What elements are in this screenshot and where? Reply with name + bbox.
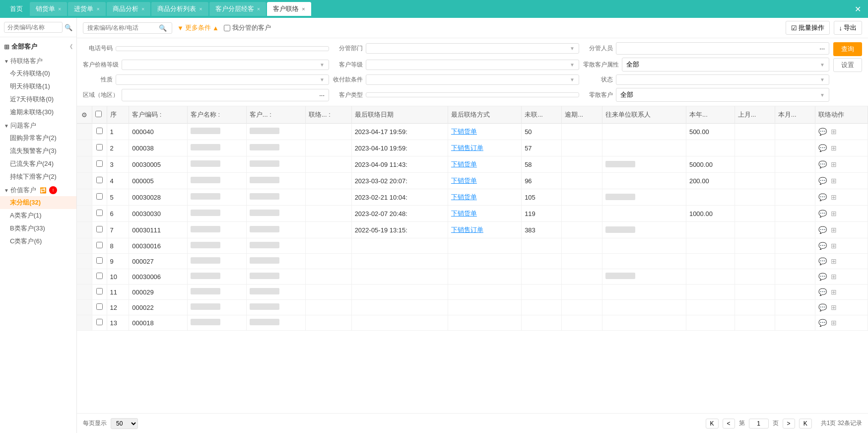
retail-customer-select[interactable]: 全部 ▼ xyxy=(616,88,829,102)
row-select-checkbox[interactable] xyxy=(96,226,103,232)
tab-product-analysis[interactable]: 商品分析 × xyxy=(107,2,150,16)
chat-icon[interactable]: 💬 xyxy=(818,193,827,201)
customer-type-select[interactable] xyxy=(366,92,579,97)
close-icon[interactable]: × xyxy=(199,6,202,12)
sidebar-item-class-a[interactable]: A类客户(1) xyxy=(0,209,76,222)
section-problem-customers[interactable]: ▼ 问题客户 xyxy=(0,119,76,132)
sidebar-item-class-c[interactable]: C类客户(6) xyxy=(0,235,76,248)
more-filters-button[interactable]: ▼ 更多条件 ▲ xyxy=(177,23,219,32)
sidebar-item-tomorrow-pending[interactable]: 明天待联络(1) xyxy=(0,80,76,93)
tab-purchase-order[interactable]: 进货单 × xyxy=(68,2,105,16)
chat-icon[interactable]: 💬 xyxy=(818,177,827,185)
first-page-button[interactable]: K xyxy=(706,419,719,429)
row-select-checkbox[interactable] xyxy=(96,242,103,248)
page-size-select[interactable]: 50 100 200 xyxy=(111,418,138,429)
chat-icon[interactable]: 💬 xyxy=(818,273,827,281)
row-select-checkbox[interactable] xyxy=(96,160,103,167)
chat-icon[interactable]: 💬 xyxy=(818,210,827,217)
grid-action-icon[interactable]: ⊞ xyxy=(831,273,837,281)
select-all-checkbox[interactable] xyxy=(95,111,102,117)
grid-action-icon[interactable]: ⊞ xyxy=(831,210,837,217)
grid-action-icon[interactable]: ⊞ xyxy=(831,144,837,152)
chat-icon[interactable]: 💬 xyxy=(818,303,827,311)
chat-icon[interactable]: 💬 xyxy=(818,257,827,265)
grid-action-icon[interactable]: ⊞ xyxy=(831,303,837,311)
tab-customer-tier[interactable]: 客户分层经客 × xyxy=(209,2,266,16)
chat-icon[interactable]: 💬 xyxy=(818,144,827,152)
sidebar-item-churned[interactable]: 已流失客户(24) xyxy=(0,157,76,170)
last-method-link[interactable]: 下销货单 xyxy=(451,193,477,201)
main-search-input[interactable] xyxy=(87,24,157,31)
grid-action-icon[interactable]: ⊞ xyxy=(831,288,837,296)
tab-product-analysis-list[interactable]: 商品分析列表 × xyxy=(151,2,208,16)
last-method-link[interactable]: 下销货单 xyxy=(451,177,477,184)
reset-button[interactable]: 设置 xyxy=(833,58,862,72)
category-search-input[interactable] xyxy=(4,22,63,33)
section-value-customers[interactable]: ▼ 价值客户 🔁 ! xyxy=(0,183,76,196)
tab-sales-order[interactable]: 销货单 × xyxy=(30,2,67,16)
row-select-checkbox[interactable] xyxy=(96,319,103,325)
grid-action-icon[interactable]: ⊞ xyxy=(831,319,837,327)
price-level-select[interactable]: ▼ xyxy=(122,60,329,70)
row-select-checkbox[interactable] xyxy=(96,303,103,310)
collapse-icon[interactable]: 《 xyxy=(67,43,72,51)
row-select-checkbox[interactable] xyxy=(96,144,103,150)
grid-action-icon[interactable]: ⊞ xyxy=(831,177,837,185)
row-select-checkbox[interactable] xyxy=(96,128,103,134)
close-icon[interactable]: × xyxy=(302,6,305,12)
sidebar-item-today-pending[interactable]: 今天待联络(0) xyxy=(0,67,76,80)
close-icon[interactable]: × xyxy=(141,6,144,12)
tab-customer-contact[interactable]: 客户联络 × xyxy=(267,2,311,16)
retail-attr-select[interactable]: 全部 ▼ xyxy=(622,58,829,72)
grid-action-icon[interactable]: ⊞ xyxy=(831,160,837,168)
grid-action-icon[interactable]: ⊞ xyxy=(831,193,837,201)
row-select-checkbox[interactable] xyxy=(96,288,103,294)
sidebar-item-7day-pending[interactable]: 近7天待联络(0) xyxy=(0,93,76,106)
close-icon[interactable]: × xyxy=(257,6,260,12)
my-customers-checkbox[interactable] xyxy=(224,25,230,31)
page-number-input[interactable] xyxy=(749,419,769,429)
all-customers-header[interactable]: ⊞ 全部客户 《 xyxy=(0,39,76,54)
last-method-link[interactable]: 下销售订单 xyxy=(451,226,483,233)
sidebar-item-abnormal-purchase[interactable]: 固购异常客户(2) xyxy=(0,132,76,144)
sidebar-item-ungrouped[interactable]: 末分组(32) xyxy=(0,196,76,209)
grid-action-icon[interactable]: ⊞ xyxy=(831,128,837,136)
query-button[interactable]: 查询 xyxy=(833,42,862,56)
settings-col-header[interactable]: ⚙ xyxy=(77,106,92,124)
phone-input[interactable] xyxy=(116,46,329,51)
sidebar-item-overdue-contact[interactable]: 逾期未联络(30) xyxy=(0,106,76,119)
close-icon[interactable]: × xyxy=(58,6,61,12)
chat-icon[interactable]: 💬 xyxy=(818,319,827,327)
last-method-link[interactable]: 下销货单 xyxy=(451,128,477,135)
nature-select[interactable]: ▼ xyxy=(116,74,329,85)
prev-page-button[interactable]: < xyxy=(723,419,735,429)
row-select-checkbox[interactable] xyxy=(96,193,103,200)
row-select-checkbox[interactable] xyxy=(96,257,103,264)
sidebar-item-declining[interactable]: 持续下滑客户(2) xyxy=(0,170,76,183)
customer-level-select[interactable]: ▼ xyxy=(366,60,579,70)
next-page-button[interactable]: > xyxy=(783,419,795,429)
row-select-checkbox[interactable] xyxy=(96,177,103,183)
grid-action-icon[interactable]: ⊞ xyxy=(831,226,837,234)
close-icon[interactable]: × xyxy=(96,6,99,12)
chat-icon[interactable]: 💬 xyxy=(818,226,827,234)
chat-icon[interactable]: 💬 xyxy=(818,242,827,250)
department-select[interactable]: ▼ xyxy=(366,43,579,54)
chat-icon[interactable]: 💬 xyxy=(818,128,827,136)
sidebar-item-churn-warning[interactable]: 流失预警客户(3) xyxy=(0,144,76,157)
last-page-button[interactable]: K xyxy=(799,419,812,429)
manager-input[interactable]: ··· xyxy=(616,42,829,55)
section-pending-contact[interactable]: ▼ 待联络客户 xyxy=(0,54,76,67)
tab-home[interactable]: 首页 xyxy=(4,2,29,16)
row-select-checkbox[interactable] xyxy=(96,273,103,279)
batch-operation-button[interactable]: ☑ 批量操作 xyxy=(786,21,830,35)
row-select-checkbox[interactable] xyxy=(96,210,103,216)
last-method-link[interactable]: 下销货单 xyxy=(451,160,477,168)
last-method-link[interactable]: 下销货单 xyxy=(451,210,477,217)
sidebar-item-class-b[interactable]: B类客户(33) xyxy=(0,222,76,235)
payment-select[interactable]: ▼ xyxy=(366,74,579,85)
chat-icon[interactable]: 💬 xyxy=(818,160,827,168)
chat-icon[interactable]: 💬 xyxy=(818,288,827,296)
status-select[interactable]: ▼ xyxy=(616,74,829,85)
export-button[interactable]: ↓ 导出 xyxy=(834,21,863,35)
